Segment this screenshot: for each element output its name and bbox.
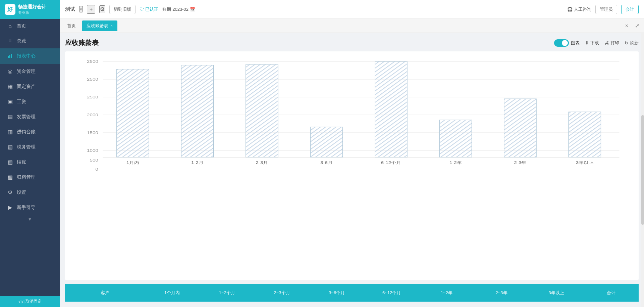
logo-icon: 好 bbox=[5, 4, 15, 15]
scrollbar-track[interactable] bbox=[641, 33, 644, 307]
svg-text:2000: 2000 bbox=[87, 113, 98, 117]
svg-text:1月内: 1月内 bbox=[126, 161, 139, 165]
pin-icon: ◁◁ bbox=[18, 299, 24, 304]
svg-text:0: 0 bbox=[95, 167, 98, 171]
sidebar-item-purchase-sale[interactable]: ▥ 进销台账 bbox=[0, 124, 60, 139]
sidebar-item-label: 设置 bbox=[17, 189, 26, 195]
svg-text:1-2年: 1-2年 bbox=[449, 161, 462, 165]
sidebar-item-label: 报表中心 bbox=[17, 53, 36, 59]
manager-btn[interactable]: 管理员 bbox=[595, 5, 617, 14]
col-3-6month: 3~6个月 bbox=[309, 290, 364, 296]
content-wrapper: 应收账龄表 图表 ⬇ 下载 🖨 打印 bbox=[60, 33, 644, 307]
sidebar-item-archive[interactable]: ▩ 归档管理 bbox=[0, 170, 60, 185]
main-area: 测试 ▾ + ⚙ 切到旧版 🛡 已认证 账期 2023-02 📅 🎧 人工咨询 … bbox=[60, 0, 644, 307]
sidebar-logo: 好 畅捷通好会计 专业版 bbox=[0, 0, 60, 19]
bar-2-3-year bbox=[504, 99, 536, 157]
bar-1-month bbox=[117, 69, 149, 157]
page-actions: 图表 ⬇ 下载 🖨 打印 ↻ 刷新 bbox=[554, 39, 639, 47]
sidebar-item-ledger[interactable]: ≡ 总账 bbox=[0, 34, 60, 48]
chart-toggle[interactable]: 图表 bbox=[554, 39, 580, 47]
sidebar-item-salary[interactable]: ▣ 工资 bbox=[0, 94, 60, 109]
toggle-thumb bbox=[562, 40, 568, 46]
headset-icon: 🎧 bbox=[567, 7, 573, 12]
period-value: 2023-02 bbox=[172, 7, 189, 12]
purchase-sale-icon: ▥ bbox=[7, 129, 13, 135]
consult-label: 人工咨询 bbox=[574, 6, 591, 12]
reports-icon bbox=[7, 53, 13, 59]
svg-text:500: 500 bbox=[90, 158, 98, 162]
certified-badge: 🛡 已认证 bbox=[140, 6, 158, 12]
refresh-btn[interactable]: ↻ 刷新 bbox=[625, 40, 639, 46]
pin-button[interactable]: ◁◁ 取消固定 bbox=[0, 296, 60, 307]
app-edition: 专业版 bbox=[18, 10, 46, 15]
pin-label: 取消固定 bbox=[25, 299, 42, 304]
topbar-settings-btn[interactable]: ⚙ bbox=[99, 5, 105, 13]
download-icon: ⬇ bbox=[585, 40, 589, 46]
sidebar-item-settings[interactable]: ⚙ 设置 bbox=[0, 185, 60, 200]
tax-icon: ▧ bbox=[7, 144, 13, 150]
svg-text:3年以上: 3年以上 bbox=[576, 161, 594, 165]
svg-rect-2 bbox=[11, 54, 12, 58]
chart-container: 2500 2500 2500 2000 1500 1000 500 0 bbox=[65, 51, 639, 280]
sidebar-item-home[interactable]: ⌂ 首页 bbox=[0, 19, 60, 34]
bar-chart: 2500 2500 2500 2000 1500 1000 500 0 bbox=[75, 58, 629, 179]
page-header: 应收账龄表 图表 ⬇ 下载 🖨 打印 bbox=[65, 38, 639, 47]
bar-3-6-month bbox=[310, 127, 342, 157]
company-dropdown-btn[interactable]: ▾ bbox=[79, 6, 83, 12]
sidebar-item-funds[interactable]: ◎ 资金管理 bbox=[0, 64, 60, 79]
sidebar-item-label: 固定资产 bbox=[17, 84, 36, 90]
sidebar-item-newbie[interactable]: ▶ 新手引导 bbox=[0, 200, 60, 215]
newbie-icon: ▶ bbox=[7, 204, 13, 211]
col-2-3year: 2~3年 bbox=[474, 290, 529, 296]
ledger-icon: ≡ bbox=[7, 38, 13, 44]
funds-icon: ◎ bbox=[7, 68, 13, 75]
refresh-label: 刷新 bbox=[630, 40, 639, 46]
home-icon: ⌂ bbox=[7, 23, 13, 29]
content-area: 应收账龄表 图表 ⬇ 下载 🖨 打印 bbox=[60, 33, 644, 307]
add-tab-btn[interactable]: + bbox=[87, 5, 95, 14]
sidebar-item-reports[interactable]: 报表中心 bbox=[0, 48, 60, 64]
data-table: 客户 1个月内 1~2个月 2~3个月 3~6个月 6~12 bbox=[65, 284, 639, 302]
calendar-icon[interactable]: 📅 bbox=[190, 7, 195, 12]
scroll-down-btn[interactable]: ▼ bbox=[0, 215, 60, 224]
chart-toggle-label: 图表 bbox=[571, 40, 580, 46]
sidebar-item-closing[interactable]: ▨ 结账 bbox=[0, 155, 60, 170]
tab-home[interactable]: 首页 bbox=[62, 20, 80, 31]
svg-text:3-6月: 3-6月 bbox=[320, 161, 333, 165]
sidebar-item-label: 发票管理 bbox=[17, 114, 36, 120]
sidebar-item-label: 税务管理 bbox=[17, 144, 36, 150]
window-close-btn[interactable]: × bbox=[623, 22, 630, 30]
tab-home-label: 首页 bbox=[67, 23, 76, 29]
svg-rect-0 bbox=[8, 56, 9, 58]
consult-btn[interactable]: 🎧 人工咨询 bbox=[567, 6, 591, 12]
table-header: 客户 1个月内 1~2个月 2~3个月 3~6个月 6~12 bbox=[65, 284, 639, 302]
svg-text:6-12个月: 6-12个月 bbox=[381, 161, 401, 165]
print-icon: 🖨 bbox=[604, 40, 609, 46]
window-expand-btn[interactable]: ⤢ bbox=[633, 22, 641, 30]
toggle-track[interactable] bbox=[554, 39, 569, 47]
accounting-btn[interactable]: 会计 bbox=[621, 5, 639, 14]
sidebar-item-label: 总账 bbox=[17, 38, 26, 44]
invoice-icon: ▤ bbox=[7, 114, 13, 120]
tabs-actions: × ⤢ bbox=[623, 22, 641, 30]
old-version-btn[interactable]: 切到旧版 bbox=[109, 5, 136, 14]
certified-label: 已认证 bbox=[145, 6, 158, 12]
sidebar-item-tax[interactable]: ▧ 税务管理 bbox=[0, 139, 60, 155]
sidebar-item-assets[interactable]: ▦ 固定资产 bbox=[0, 79, 60, 94]
archive-icon: ▩ bbox=[7, 174, 13, 180]
assets-icon: ▦ bbox=[7, 83, 13, 90]
sidebar-item-label: 工资 bbox=[17, 99, 26, 105]
svg-text:1500: 1500 bbox=[87, 131, 98, 135]
page-title: 应收账龄表 bbox=[65, 38, 99, 47]
svg-text:2500: 2500 bbox=[87, 59, 98, 63]
svg-text:2500: 2500 bbox=[87, 77, 98, 81]
period-display: 账期 2023-02 📅 bbox=[162, 6, 195, 12]
download-btn[interactable]: ⬇ 下载 bbox=[585, 40, 599, 46]
tab-aging-report[interactable]: 应收账龄表 × bbox=[82, 20, 117, 31]
col-1-2year: 1~2年 bbox=[419, 290, 474, 296]
col-3plus-year: 3年以上 bbox=[529, 290, 584, 296]
print-btn[interactable]: 🖨 打印 bbox=[604, 40, 619, 46]
sidebar-item-invoice[interactable]: ▤ 发票管理 bbox=[0, 109, 60, 124]
tab-close-btn[interactable]: × bbox=[110, 24, 113, 28]
scrollbar-thumb[interactable] bbox=[641, 115, 644, 225]
